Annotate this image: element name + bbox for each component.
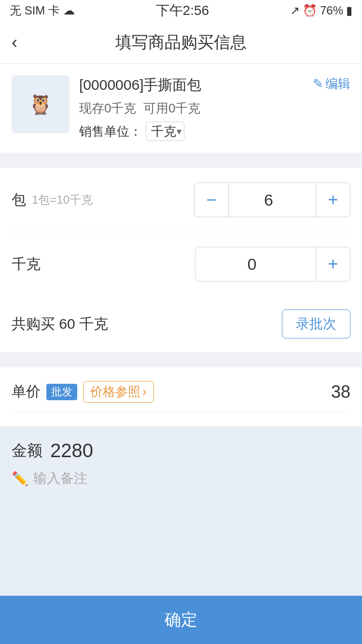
- status-right: ↗ ⏰ 76% ▮: [290, 4, 352, 17]
- edit-button[interactable]: ✎ 编辑: [313, 75, 350, 92]
- kg-input-row: 千克 +: [12, 232, 350, 296]
- price-left: 单价 批发 价格参照 ›: [12, 381, 154, 403]
- kg-label: 千克: [12, 254, 41, 274]
- price-tag: 批发: [46, 384, 77, 400]
- battery-icon: ▮: [346, 4, 352, 17]
- location-icon: ↗: [290, 4, 300, 17]
- price-section: 单价 批发 价格参照 › 38: [0, 367, 362, 426]
- sim-status: 无 SIM 卡 ☁: [10, 3, 75, 18]
- package-input-row: 包 1包=10千克 − +: [12, 168, 350, 232]
- kg-controls: +: [195, 247, 350, 281]
- package-label: 包 1包=10千克: [12, 190, 93, 210]
- amount-value: 2280: [50, 440, 93, 462]
- price-value: 38: [331, 382, 350, 402]
- product-unit: 销售单位： 千克: [79, 122, 350, 141]
- package-plus-button[interactable]: +: [316, 182, 350, 217]
- alarm-icon: ⏰: [303, 4, 317, 17]
- price-row: 单价 批发 价格参照 › 38: [12, 381, 350, 413]
- price-ref-arrow: ›: [142, 384, 147, 399]
- separator-1: [0, 160, 362, 168]
- package-hint: 1包=10千克: [32, 192, 93, 208]
- unit-select[interactable]: 千克: [146, 122, 184, 141]
- unit-select-wrapper[interactable]: 千克: [146, 122, 184, 141]
- product-card: 🦉 [0000006]手撕面包 ✎ 编辑 现存0千克 可用0千克 销售单位： 千…: [0, 64, 362, 153]
- product-image: 🦉: [12, 75, 70, 133]
- package-controls: − +: [194, 182, 350, 217]
- package-input[interactable]: [229, 182, 316, 217]
- edit-icon: ✎: [313, 76, 323, 91]
- amount-row: 金额 2280: [12, 440, 350, 462]
- kg-plus-button[interactable]: +: [316, 247, 350, 281]
- summary-row: 共购买 60 千克 录批次: [0, 296, 362, 352]
- remark-row[interactable]: ✏️ 输入备注: [12, 469, 350, 488]
- product-stock: 现存0千克 可用0千克: [79, 100, 350, 117]
- input-section: 包 1包=10千克 − + 千克 +: [0, 168, 362, 296]
- amount-label: 金额: [12, 440, 42, 462]
- summary-amount: 60: [59, 316, 75, 332]
- status-time: 下午2:56: [156, 1, 209, 20]
- batch-button[interactable]: 录批次: [282, 309, 350, 338]
- battery-level: 76%: [320, 4, 343, 17]
- summary-text: 共购买 60 千克: [12, 314, 108, 334]
- remark-placeholder: 输入备注: [33, 469, 87, 488]
- back-button[interactable]: ‹: [12, 32, 17, 53]
- product-info: [0000006]手撕面包 ✎ 编辑 现存0千克 可用0千克 销售单位： 千克: [79, 75, 350, 141]
- kg-input[interactable]: [195, 247, 316, 281]
- status-bar: 无 SIM 卡 ☁ 下午2:56 ↗ ⏰ 76% ▮: [0, 0, 362, 21]
- separator-2: [0, 360, 362, 367]
- nav-bar: ‹ 填写商品购买信息: [0, 21, 362, 64]
- package-minus-button[interactable]: −: [194, 182, 229, 217]
- status-left: 无 SIM 卡 ☁: [10, 3, 75, 18]
- confirm-button[interactable]: 确定: [0, 596, 362, 644]
- price-ref-button[interactable]: 价格参照 ›: [83, 381, 154, 403]
- pencil-icon: ✏️: [12, 471, 28, 487]
- page-title: 填写商品购买信息: [115, 31, 247, 54]
- price-label: 单价: [12, 382, 41, 402]
- product-logo: 🦉: [28, 93, 53, 116]
- amount-section: 金额 2280 ✏️ 输入备注: [0, 426, 362, 497]
- product-header: [0000006]手撕面包 ✎ 编辑: [79, 75, 350, 95]
- product-name: [0000006]手撕面包: [79, 75, 313, 95]
